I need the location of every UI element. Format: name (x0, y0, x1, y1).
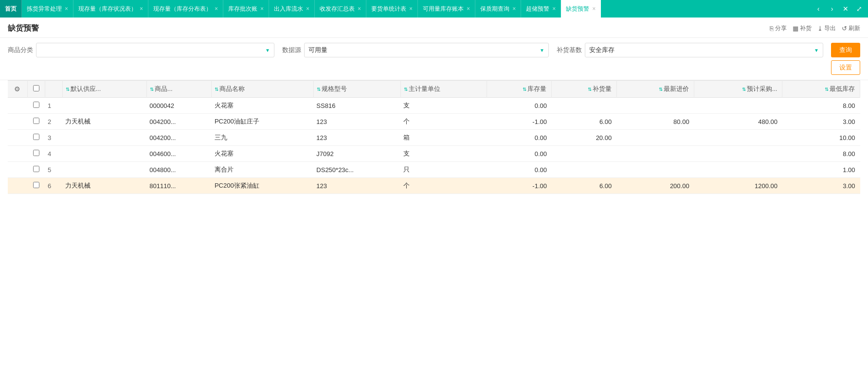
row-product-code: 004200... (146, 130, 212, 146)
row-latest-price: 200.00 (616, 178, 694, 194)
nav-tab-exception[interactable]: 拣货异常处理 × (22, 0, 73, 18)
nav-maximize-button[interactable]: ⤢ (852, 2, 866, 16)
row-number: 5 (45, 162, 62, 178)
nav-next-button[interactable]: › (825, 2, 839, 16)
sort-replenish-icon: ⇅ (588, 87, 592, 92)
sort-estimated-icon: ⇅ (742, 87, 746, 92)
row-supplier (62, 162, 146, 178)
row-estimated-purchase (694, 146, 782, 162)
nav-tab-home[interactable]: 首页 (0, 0, 22, 18)
col-latest-price[interactable]: ⇅最新进价 (616, 81, 694, 98)
col-unit[interactable]: ⇅主计量单位 (400, 81, 487, 98)
row-stock: -1.00 (487, 114, 552, 130)
close-tab-exception[interactable]: × (65, 5, 68, 12)
export-icon: ⤓ (817, 25, 823, 32)
row-number: 4 (45, 146, 62, 162)
replenish-button[interactable]: ▦ 补货 (793, 24, 812, 33)
col-product-code[interactable]: ⇅商品... (146, 81, 212, 98)
row-product-name: 三九 (212, 130, 313, 146)
row-estimated-purchase (694, 130, 782, 146)
share-icon: ⎘ (770, 25, 774, 32)
refresh-button[interactable]: ↺ 刷新 (842, 24, 860, 33)
row-latest-price (616, 130, 694, 146)
close-tab-shortage[interactable]: × (592, 5, 596, 12)
export-button[interactable]: ⤓ 导出 (817, 24, 836, 33)
row-checkbox-cell (27, 146, 45, 162)
nav-tab-order-stats[interactable]: 要货单统计表 × (366, 0, 418, 18)
nav-tab-collect-account[interactable]: 收发存汇总表 × (315, 0, 366, 18)
close-tab-order-stats[interactable]: × (409, 5, 413, 12)
close-tab-inventory-dist[interactable]: × (215, 5, 218, 12)
nav-tab-available-ledger[interactable]: 可用量库存账本 × (418, 0, 475, 18)
query-button[interactable]: 查询 (831, 43, 860, 57)
select-all-checkbox[interactable] (33, 85, 39, 91)
row-unit: 个 (400, 114, 487, 130)
nav-controls: ‹ › ✕ ⤢ (812, 2, 868, 16)
settings-gear-icon[interactable]: ⚙ (14, 85, 20, 93)
col-settings[interactable]: ⚙ (8, 81, 27, 98)
close-tab-collect-account[interactable]: × (358, 5, 361, 12)
col-min-stock[interactable]: ⇅最低库存 (782, 81, 860, 98)
row-product-name: PC200油缸庄子 (212, 114, 313, 130)
page-header: 缺货预警 ⎘ 分享 ▦ 补货 ⤓ 导出 ↺ 刷新 (0, 18, 868, 38)
col-row-num (45, 81, 62, 98)
table-row: 6 力天机械 801110... PC200张紧油缸 123 个 -1.00 6… (8, 178, 860, 194)
category-arrow-icon: ▼ (265, 48, 270, 53)
nav-tab-expiry-query[interactable]: 保质期查询 × (475, 0, 521, 18)
close-tab-inventory-status[interactable]: × (140, 5, 143, 12)
nav-prev-button[interactable]: ‹ (812, 2, 825, 16)
row-checkbox-4[interactable] (33, 166, 39, 172)
settings-button[interactable]: 设置 (831, 60, 860, 75)
row-unit: 只 (400, 162, 487, 178)
row-checkbox-3[interactable] (33, 150, 39, 156)
row-estimated-purchase (694, 162, 782, 178)
row-min-stock: 3.00 (782, 114, 860, 130)
row-checkbox-0[interactable] (33, 102, 39, 108)
nav-tab-inventory-dist[interactable]: 现存量（库存分布表） × (148, 0, 223, 18)
sort-min-stock-icon: ⇅ (825, 87, 829, 92)
col-stock[interactable]: ⇅库存量 (487, 81, 552, 98)
nav-tab-overstock[interactable]: 超储预警 × (521, 0, 561, 18)
nav-tab-inout-flow[interactable]: 出入库流水 × (269, 0, 315, 18)
datasource-select[interactable]: 可用量 ▼ (304, 43, 549, 57)
row-unit: 支 (400, 146, 487, 162)
nav-close-button[interactable]: ✕ (839, 2, 852, 16)
row-unit: 个 (400, 178, 487, 194)
row-number: 6 (45, 178, 62, 194)
close-tab-batch-account[interactable]: × (260, 5, 264, 12)
page-title: 缺货预警 (8, 23, 39, 34)
category-select[interactable]: ▼ (36, 43, 274, 57)
nav-tab-inventory-status[interactable]: 现存量（库存状况表） × (73, 0, 148, 18)
col-replenish[interactable]: ⇅补货量 (552, 81, 616, 98)
row-checkbox-1[interactable] (33, 118, 39, 124)
row-checkbox-5[interactable] (33, 182, 39, 188)
row-gear-cell (8, 146, 27, 162)
row-checkbox-cell (27, 130, 45, 146)
replenish-base-select[interactable]: 安全库存 ▼ (585, 43, 823, 57)
close-tab-inout-flow[interactable]: × (306, 5, 309, 12)
col-estimated-purchase[interactable]: ⇅预计采购... (694, 81, 782, 98)
close-tab-overstock[interactable]: × (552, 5, 556, 12)
row-number: 2 (45, 114, 62, 130)
col-product-name[interactable]: ⇅商品名称 (212, 81, 313, 98)
top-nav: 首页 拣货异常处理 × 现存量（库存状况表） × 现存量（库存分布表） × 库存… (0, 0, 868, 18)
row-spec: DS250*23c... (313, 162, 400, 178)
row-replenish (552, 162, 616, 178)
nav-tab-shortage[interactable]: 缺货预警 × (561, 0, 601, 18)
row-checkbox-2[interactable] (33, 134, 39, 140)
close-tab-available-ledger[interactable]: × (467, 5, 470, 12)
datasource-label: 数据源 (282, 46, 301, 54)
row-min-stock: 1.00 (782, 162, 860, 178)
table-body: 1 0000042 火花塞 SS816 支 0.00 8.00 2 力天机械 0… (8, 98, 860, 194)
row-latest-price (616, 162, 694, 178)
col-supplier[interactable]: ⇅默认供应... (62, 81, 146, 98)
nav-tab-batch-account[interactable]: 库存批次账 × (223, 0, 269, 18)
row-spec: SS816 (313, 98, 400, 114)
row-stock: 0.00 (487, 162, 552, 178)
share-button[interactable]: ⎘ 分享 (770, 24, 787, 33)
row-stock: 0.00 (487, 130, 552, 146)
col-spec[interactable]: ⇅规格型号 (313, 81, 400, 98)
table-row: 3 004200... 三九 123 箱 0.00 20.00 10.00 (8, 130, 860, 146)
close-tab-expiry-query[interactable]: × (512, 5, 516, 12)
row-supplier: 力天机械 (62, 178, 146, 194)
